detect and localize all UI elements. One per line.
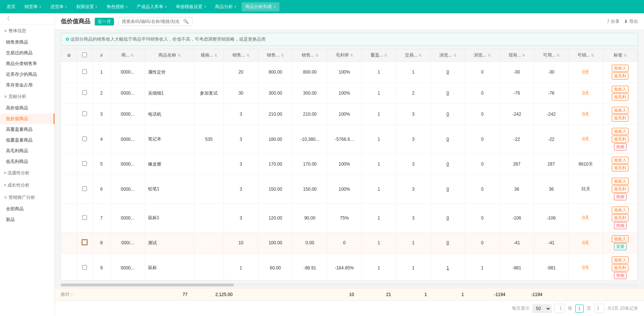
col-browse2[interactable]: 浏览... ⇅ [465,49,499,62]
col-coverage[interactable]: 覆盖... ⇅ [362,49,396,62]
browse1-link[interactable]: 0 [447,162,449,167]
tags-cell: 低收入低毛利热销 [603,204,637,232]
close-icon[interactable]: × [65,5,67,9]
row-checkbox[interactable] [82,161,87,166]
browse1-link[interactable]: 0 [447,137,449,142]
close-icon[interactable]: × [95,5,98,9]
checkbox-cell[interactable] [77,254,93,281]
horizontal-scrollbar[interactable] [61,283,638,286]
next-page-button[interactable]: 》 [594,304,604,313]
browse1-link[interactable]: 0 [447,112,449,117]
checkbox-cell[interactable] [77,125,93,154]
row-checkbox[interactable] [82,90,87,95]
browse2-cell: 0 [465,232,499,254]
row-checkbox[interactable] [82,136,87,141]
tags-cell: 低收入低毛利热销 [603,254,637,281]
close-icon[interactable]: × [234,5,237,9]
share-button[interactable]: ⤴ 分享 [607,18,620,25]
nav-item-home[interactable]: 首页 [3,2,19,11]
browse1-link[interactable]: 0 [447,240,449,245]
row-checkbox[interactable] [82,265,87,270]
export-button[interactable]: ⬇ 导出 [624,18,638,25]
close-icon[interactable]: × [39,5,41,9]
row-checkbox[interactable] [82,186,87,191]
search-icon[interactable]: 🔍 [183,19,189,24]
num-cell: 1 [93,62,110,83]
browse1-link[interactable]: 1 [447,265,449,271]
sidebar-item-new-goods[interactable]: 新品 [0,214,54,225]
select-all-checkbox[interactable] [82,52,87,57]
sidebar-item-high-margin[interactable]: 高毛利商品 [0,146,54,156]
col-name[interactable]: 商品名称 ⇅ [145,49,194,62]
page-size-select[interactable]: 50 100 200 [533,305,551,313]
col-checkbox[interactable] [77,49,93,62]
col-sales-qty[interactable]: 销售... ⇅ [224,49,258,62]
col-code[interactable]: 商... ⇅ [110,49,145,62]
sidebar-item-low-value[interactable]: 低价值商品 [0,113,54,124]
browse1-link[interactable]: 0 [447,215,449,221]
sidebar-item-all-goods[interactable]: 全部商品 [0,204,54,214]
prev-page-button[interactable]: 《 [554,304,565,313]
sidebar-section-overall[interactable]: ∨ 整体信息 [0,25,54,37]
search-input[interactable] [122,19,181,24]
gross-rate-cell: 75% [327,204,362,232]
close-icon[interactable]: × [204,5,206,9]
sidebar-item-category-sales[interactable]: 商品分类销售率 [0,58,54,69]
col-sales-price[interactable]: 销售... ⇅ [258,49,292,62]
sidebar-section-contribution[interactable]: ∨ 贡献分析 [0,91,54,103]
sidebar-item-high-value[interactable]: 高价值商品 [0,103,54,113]
col-spec[interactable]: 规格... ⇅ [194,49,224,62]
sidebar-item-low-coverage[interactable]: 低覆盖量商品 [0,135,54,146]
checkbox-cell[interactable] [77,232,93,254]
nav-item-goods-list[interactable]: 商品分析列表 × [242,2,279,11]
current-page[interactable]: 1 [575,305,584,313]
col-current[interactable]: 现有... ⇅ [500,49,534,62]
sidebar-section-flow[interactable]: > 流通性分析 [0,167,54,179]
col-sales-amount[interactable]: 销售... ⇅ [293,49,327,62]
close-icon[interactable]: × [274,5,276,9]
nav-item-sales[interactable]: 销货单 × [21,2,45,11]
sidebar-section-growth[interactable]: > 成长性分析 [0,179,54,191]
checkbox-cell[interactable] [77,104,93,125]
col-tags[interactable]: 标签 ⇅ [603,49,637,62]
row-checkbox[interactable] [82,240,87,245]
sidebar-collapse-button[interactable]: 《 [3,16,11,22]
nav-item-permissions[interactable]: 权限设置 × [73,2,101,11]
row-checkbox[interactable] [82,111,87,116]
browse2-cell: 0 [465,204,499,232]
col-trade[interactable]: 交易... ⇅ [396,49,430,62]
col-browse1[interactable]: 浏览... ⇅ [430,49,465,62]
row-checkbox[interactable] [82,69,87,74]
sidebar-item-sales-goods[interactable]: 销售类商品 [0,37,54,48]
checkbox-cell[interactable] [77,204,93,232]
sidebar-item-traded-goods[interactable]: 交易过的商品 [0,48,54,58]
sidebar-item-high-coverage[interactable]: 高覆盖量商品 [0,124,54,135]
nav-item-templates[interactable]: 单据模板设置 × [172,2,210,11]
checkbox-cell[interactable] [77,62,93,83]
browse1-link[interactable]: 0 [447,187,449,192]
nav-item-goods-analysis[interactable]: 商品分析 × [211,2,240,11]
col-gear[interactable]: ⚙ [61,49,77,62]
sidebar-item-low-margin[interactable]: 低毛利商品 [0,156,54,167]
col-gross-rate[interactable]: 毛利率 ⇅ [327,49,362,62]
sidebar-item-stock-capital[interactable]: 库存资金占用 [0,80,54,91]
current-cell: -981 [500,254,534,281]
col-sellable[interactable]: 可销... ⇅ [568,49,603,62]
close-icon[interactable]: × [165,5,167,9]
checkbox-cell[interactable] [77,175,93,204]
close-icon[interactable]: × [126,5,128,9]
col-available[interactable]: 可用... ⇅ [534,49,568,62]
total-current: -1194 [489,292,511,297]
row-checkbox[interactable] [82,215,87,220]
time-tag[interactable]: 近一月 [95,18,114,26]
nav-item-roles[interactable]: 角色授权 × [103,2,132,11]
nav-item-products[interactable]: 产成品入库单 × [133,2,171,11]
browse1-link[interactable]: 0 [447,91,449,96]
checkbox-cell[interactable] [77,154,93,175]
sidebar-section-marketing[interactable]: ∨ 营销推广分析 [0,191,54,204]
nav-item-purchase[interactable]: 进货单 × [47,2,71,11]
sidebar-item-low-stock[interactable]: 近库存少的商品 [0,69,54,80]
checkbox-cell[interactable] [77,83,93,104]
code-cell: 0000... [110,254,145,281]
browse1-link[interactable]: 0 [447,69,449,75]
